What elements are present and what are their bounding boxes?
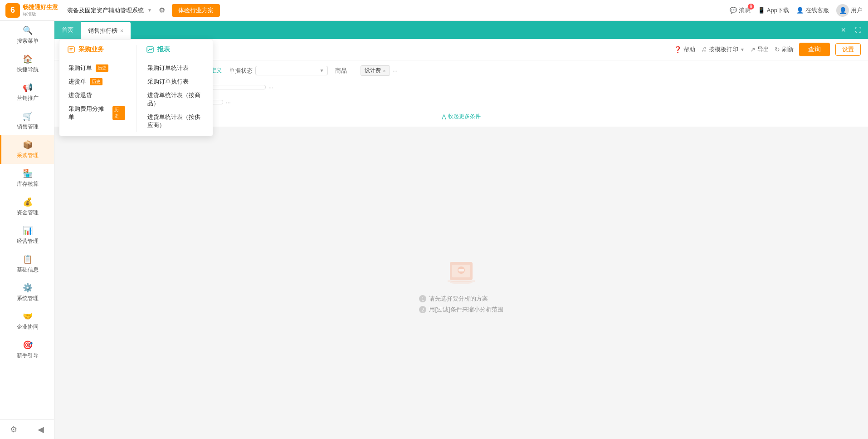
purchase-col: 采购业务 采购订单 历史 进货单 历史 进货退货 采购费用分摊单 历史 — [59, 45, 134, 132]
inbound-label: 进货单 — [68, 78, 86, 86]
purchase-order-label: 采购订单 — [68, 64, 92, 72]
purchase-col-header-label: 采购业务 — [78, 45, 104, 54]
reports-col-header-label: 报表 — [157, 45, 170, 54]
dropdown-cols: 采购业务 采购订单 历史 进货单 历史 进货退货 采购费用分摊单 历史 — [59, 45, 213, 132]
inbound-history-tag: 历史 — [90, 78, 102, 85]
dropdown-item-inbound-stat-supplier[interactable]: 进货单统计表（按供应商） — [146, 110, 206, 132]
reports-col: 报表 采购订单统计表 采购订单执行表 进货单统计表（按商品） 进货单统计表（按供… — [138, 45, 213, 132]
purchase-expense-label: 采购费用分摊单 — [68, 105, 109, 121]
dropdown-item-inbound-stat-goods[interactable]: 进货单统计表（按商品） — [146, 89, 206, 110]
reports-col-header: 报表 — [146, 45, 206, 57]
dropdown-item-inbound[interactable]: 进货单 历史 — [67, 75, 127, 89]
svg-rect-6 — [68, 47, 74, 52]
purchase-dropdown-menu: 采购业务 采购订单 历史 进货单 历史 进货退货 采购费用分摊单 历史 — [59, 39, 213, 136]
inbound-stat-goods-label: 进货单统计表（按商品） — [147, 91, 204, 108]
purchase-expense-history-tag: 历史 — [112, 106, 125, 120]
purchase-order-stat-label: 采购订单统计表 — [147, 64, 189, 72]
purchase-order-exec-label: 采购订单执行表 — [147, 78, 189, 86]
purchase-col-header: 采购业务 — [67, 45, 127, 57]
purchase-order-history-tag: 历史 — [96, 64, 108, 72]
dropdown-item-purchase-expense[interactable]: 采购费用分摊单 历史 — [67, 102, 127, 124]
inbound-return-label: 进货退货 — [68, 91, 92, 99]
dropdown-item-purchase-order-exec[interactable]: 采购订单执行表 — [146, 75, 206, 89]
purchase-header-icon — [67, 45, 76, 54]
dropdown-item-purchase-order-stat[interactable]: 采购订单统计表 — [146, 61, 206, 75]
dropdown-item-purchase-order[interactable]: 采购订单 历史 — [67, 61, 127, 75]
inbound-stat-supplier-label: 进货单统计表（按供应商） — [147, 113, 204, 129]
reports-header-icon — [146, 45, 155, 54]
dropdown-item-inbound-return[interactable]: 进货退货 — [67, 89, 127, 102]
col-divider — [136, 45, 137, 132]
